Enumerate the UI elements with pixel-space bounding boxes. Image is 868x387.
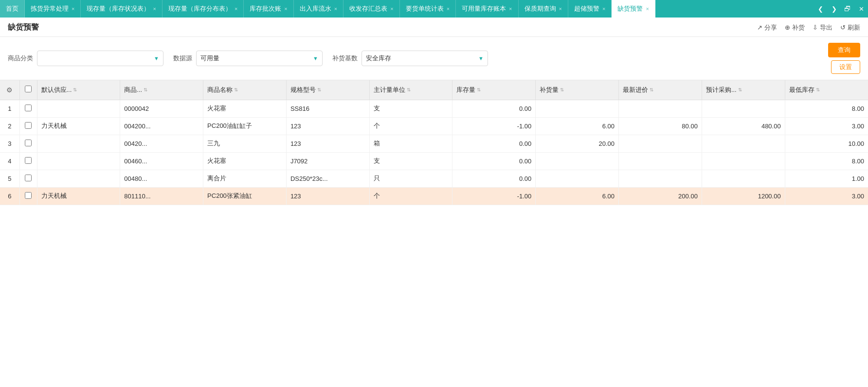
cell-supplier: 力天机械	[37, 187, 120, 205]
tab-close-icon[interactable]: ×	[72, 6, 74, 12]
tab-label: 出入库流水	[300, 4, 331, 13]
tab-item-inventory-status[interactable]: 现存量（库存状况表）×	[81, 0, 162, 18]
settings-button[interactable]: 设置	[831, 60, 860, 74]
tab-close-icon[interactable]: ×	[447, 6, 450, 12]
spec-sort-icon[interactable]: ⇅	[317, 87, 321, 92]
cell-spec: DS250*23c...	[286, 170, 369, 187]
tab-item-available-ledger[interactable]: 可用量库存账本×	[456, 0, 518, 18]
table-row: 4 00460... 火花塞 J7092 支 0.00 8.00	[0, 152, 868, 170]
cell-index: 4	[0, 152, 19, 170]
tab-close-icon[interactable]: ×	[334, 6, 337, 12]
cell-spec: 123	[286, 187, 369, 205]
tab-close-icon[interactable]: ×	[235, 6, 237, 12]
th-checkbox	[19, 80, 37, 100]
cell-min-stock: 1.00	[785, 170, 868, 187]
cell-unit: 箱	[369, 135, 452, 152]
cell-code: 00420...	[120, 135, 203, 152]
row-checkbox[interactable]	[25, 122, 32, 129]
row-checkbox[interactable]	[25, 105, 32, 111]
tab-close-icon[interactable]: ×	[602, 6, 605, 12]
cell-latest-price	[619, 152, 702, 170]
tab-item-expiry-query[interactable]: 保质期查询×	[519, 0, 568, 18]
tab-close-icon[interactable]: ×	[509, 6, 512, 12]
restock-basis-select[interactable]: 安全库存 ▼	[362, 51, 488, 66]
page-title: 缺货预警	[8, 22, 39, 33]
tab-label: 要货单统计表	[406, 4, 444, 13]
refresh-btn[interactable]: ↺ 刷新	[840, 23, 860, 32]
query-button[interactable]: 查询	[828, 43, 860, 57]
export-btn[interactable]: ⇩ 导出	[813, 23, 832, 32]
table-header-row: ⚙ 默认供应...⇅ 商品...⇅ 商品名称⇅	[0, 80, 868, 100]
table-row: 2 力天机械 004200... PC200油缸缸子 123 个 -1.00 6…	[0, 117, 868, 135]
tab-item-collect-summary[interactable]: 收发存汇总表×	[344, 0, 399, 18]
restock-btn[interactable]: ⊕ 补货	[785, 23, 805, 32]
cell-estimated-purchase	[702, 152, 785, 170]
tab-close-icon[interactable]: ×	[646, 6, 649, 12]
purchase-sort-icon[interactable]: ⇅	[738, 87, 742, 92]
row-checkbox[interactable]	[25, 175, 32, 181]
tab-restore-btn[interactable]: 🗗	[841, 0, 854, 18]
restock-basis-label: 补货基数	[332, 54, 358, 63]
unit-sort-icon[interactable]: ⇅	[407, 87, 411, 92]
data-table: ⚙ 默认供应...⇅ 商品...⇅ 商品名称⇅	[0, 80, 868, 205]
tab-label: 拣货异常处理	[31, 4, 69, 13]
tab-close-icon[interactable]: ×	[284, 6, 287, 12]
tab-close-icon[interactable]: ×	[153, 6, 156, 12]
select-all-checkbox[interactable]	[25, 86, 32, 92]
cell-checkbox[interactable]	[19, 152, 37, 170]
tab-item-inout-flow[interactable]: 出入库流水×	[294, 0, 344, 18]
supplier-sort-icon[interactable]: ⇅	[73, 87, 77, 92]
cell-checkbox[interactable]	[19, 117, 37, 135]
tab-item-batch-account[interactable]: 库存批次账×	[244, 0, 293, 18]
tab-item-home[interactable]: 首页	[0, 0, 25, 18]
cell-checkbox[interactable]	[19, 170, 37, 187]
restock-icon: ⊕	[785, 24, 790, 31]
category-select[interactable]: ▼	[37, 51, 163, 66]
tab-close-icon[interactable]: ×	[390, 6, 393, 12]
filter-actions: 查询 设置	[828, 43, 860, 74]
tab-close-icon[interactable]: ×	[559, 6, 562, 12]
tab-next-btn[interactable]: ❯	[827, 0, 841, 18]
cell-estimated-purchase: 1200.00	[702, 187, 785, 205]
settings-gear-icon[interactable]: ⚙	[6, 86, 13, 94]
datasource-select[interactable]: 可用量 ▼	[196, 51, 323, 66]
cell-code: 00480...	[120, 170, 203, 187]
row-checkbox[interactable]	[25, 192, 32, 199]
code-sort-icon[interactable]: ⇅	[144, 87, 147, 92]
tab-item-overstock[interactable]: 超储预警×	[568, 0, 612, 18]
cell-estimated-purchase	[702, 135, 785, 152]
cell-unit: 个	[369, 187, 452, 205]
share-btn[interactable]: ↗ 分享	[757, 23, 777, 32]
th-latest-price: 最新进价⇅	[619, 80, 702, 100]
tab-prev-btn[interactable]: ❮	[814, 0, 827, 18]
tab-item-abnormal[interactable]: 拣货异常处理×	[25, 0, 81, 18]
row-checkbox[interactable]	[25, 157, 32, 164]
category-label: 商品分类	[8, 54, 33, 63]
cell-restock	[536, 170, 619, 187]
datasource-filter-group: 数据源 可用量 ▼	[173, 51, 323, 66]
cell-checkbox[interactable]	[19, 100, 37, 117]
cell-checkbox[interactable]	[19, 135, 37, 152]
cell-name: 火花塞	[203, 152, 287, 170]
category-filter-group: 商品分类 ▼	[8, 51, 163, 66]
cell-index: 3	[0, 135, 19, 152]
stock-sort-icon[interactable]: ⇅	[477, 87, 481, 92]
tab-item-inventory-dist[interactable]: 现存量（库存分布表）×	[163, 0, 244, 18]
tab-item-shortage[interactable]: 缺货预警×	[612, 0, 655, 18]
cell-index: 2	[0, 117, 19, 135]
tab-close-btn[interactable]: ✕	[854, 0, 868, 18]
cell-stock: 0.00	[452, 170, 536, 187]
minstock-sort-icon[interactable]: ⇅	[816, 87, 820, 92]
name-sort-icon[interactable]: ⇅	[234, 87, 238, 92]
cell-restock: 6.00	[536, 117, 619, 135]
tab-item-requisition-stats[interactable]: 要货单统计表×	[400, 0, 456, 18]
cell-stock: -1.00	[452, 117, 536, 135]
th-restock: 补货量⇅	[536, 80, 619, 100]
restock-sort-icon[interactable]: ⇅	[560, 87, 564, 92]
row-checkbox[interactable]	[25, 140, 32, 146]
cell-estimated-purchase	[702, 170, 785, 187]
price-sort-icon[interactable]: ⇅	[650, 87, 653, 92]
share-icon: ↗	[757, 24, 762, 31]
cell-checkbox[interactable]	[19, 187, 37, 205]
cell-min-stock: 3.00	[785, 187, 868, 205]
